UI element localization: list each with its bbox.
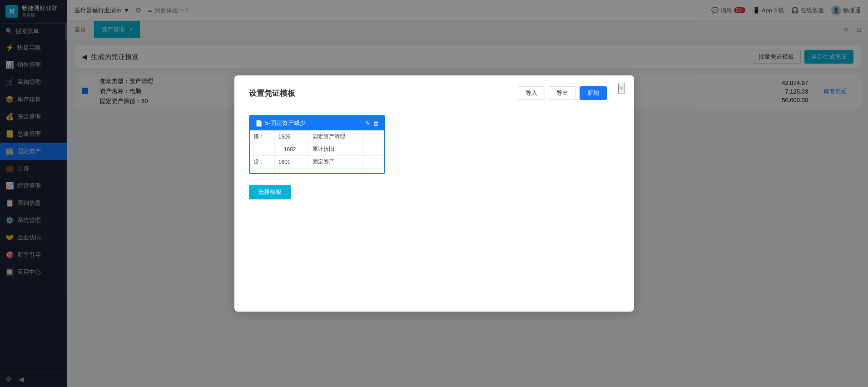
template-row-name-2: 固定资产 bbox=[309, 156, 363, 169]
template-row-3 bbox=[250, 169, 384, 174]
template-card-header: 📄 5-固定资产减少 ✎ 🗑 bbox=[250, 116, 384, 130]
template-area: 📄 5-固定资产减少 ✎ 🗑 借： 1606 固定资产清理 bbox=[249, 108, 620, 203]
template-row-code-3 bbox=[274, 169, 308, 174]
template-card: 📄 5-固定资产减少 ✎ 🗑 借： 1606 固定资产清理 bbox=[249, 115, 385, 174]
modal-set-voucher-template: × 设置凭证模板 导入 导出 新增 📄 5-固定资产减少 ✎ 🗑 bbox=[234, 75, 634, 312]
template-row-name-3 bbox=[309, 169, 363, 174]
select-template-btn[interactable]: 选择模板 bbox=[249, 185, 291, 199]
template-row-type-1 bbox=[250, 143, 275, 156]
template-row-col3-1 bbox=[363, 143, 374, 156]
template-header-left: 📄 5-固定资产减少 bbox=[255, 119, 306, 127]
template-row-code-2: 1601 bbox=[274, 156, 308, 169]
template-row-code-1: 1602 bbox=[274, 143, 308, 156]
template-row-col4-2 bbox=[374, 156, 384, 169]
template-row-col3-3 bbox=[363, 169, 374, 174]
template-header-actions: ✎ 🗑 bbox=[365, 120, 379, 127]
template-header-label: 5-固定资产减少 bbox=[265, 119, 306, 127]
template-card-body: 借： 1606 固定资产清理 1602 累计折旧 bbox=[250, 130, 384, 173]
template-row-name-0: 固定资产清理 bbox=[309, 130, 363, 143]
template-row-2: 贷： 1601 固定资产 bbox=[250, 156, 384, 169]
template-delete-icon[interactable]: 🗑 bbox=[373, 120, 379, 127]
template-row-col3-0 bbox=[363, 130, 374, 143]
template-table: 借： 1606 固定资产清理 1602 累计折旧 bbox=[250, 130, 384, 173]
template-row-col4-1 bbox=[374, 143, 384, 156]
template-row-0: 借： 1606 固定资产清理 bbox=[250, 130, 384, 143]
template-row-type-3 bbox=[250, 169, 275, 174]
template-row-code-0: 1606 bbox=[274, 130, 308, 143]
export-btn[interactable]: 导出 bbox=[549, 86, 576, 100]
template-row-name-1: 累计折旧 bbox=[309, 143, 363, 156]
template-doc-icon: 📄 bbox=[255, 120, 263, 127]
template-row-col4-0 bbox=[374, 130, 384, 143]
modal-toolbar: 导入 导出 新增 bbox=[518, 86, 607, 100]
new-template-btn[interactable]: 新增 bbox=[580, 86, 607, 100]
import-btn[interactable]: 导入 bbox=[518, 86, 545, 100]
template-edit-icon[interactable]: ✎ bbox=[365, 120, 370, 127]
template-row-1: 1602 累计折旧 bbox=[250, 143, 384, 156]
template-row-col3-2 bbox=[363, 156, 374, 169]
template-row-type-0: 借： bbox=[250, 130, 275, 143]
modal-close-btn[interactable]: × bbox=[618, 83, 625, 94]
template-row-type-2: 贷： bbox=[250, 156, 275, 169]
template-row-col4-3 bbox=[374, 169, 384, 174]
